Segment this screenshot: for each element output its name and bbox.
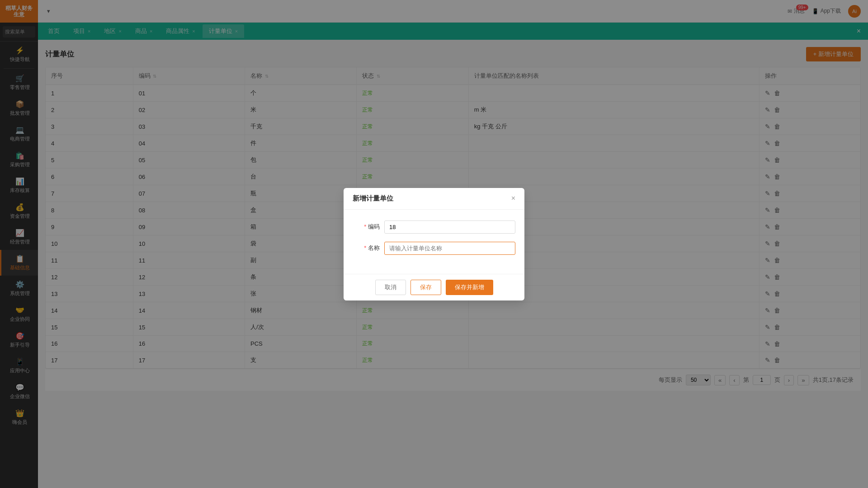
save-button[interactable]: 保存 <box>410 280 441 295</box>
name-label: 名称 <box>353 244 380 252</box>
modal-footer: 取消 保存 保存并新增 <box>344 274 524 300</box>
cancel-button[interactable]: 取消 <box>375 280 406 295</box>
save-and-new-button[interactable]: 保存并新增 <box>446 280 493 295</box>
code-label: 编码 <box>353 223 380 231</box>
modal-close-button[interactable]: × <box>511 195 515 202</box>
name-input[interactable] <box>384 242 515 255</box>
modal-overlay[interactable]: 新增计量单位 × 编码 名称 取消 保存 保存并新增 <box>0 0 868 488</box>
form-item-code: 编码 <box>353 221 515 234</box>
modal-title: 新增计量单位 <box>353 194 393 203</box>
add-unit-modal: 新增计量单位 × 编码 名称 取消 保存 保存并新增 <box>344 188 524 300</box>
modal-header: 新增计量单位 × <box>344 188 524 210</box>
modal-body: 编码 名称 <box>344 210 524 274</box>
form-item-name: 名称 <box>353 242 515 255</box>
code-input[interactable] <box>384 221 515 234</box>
